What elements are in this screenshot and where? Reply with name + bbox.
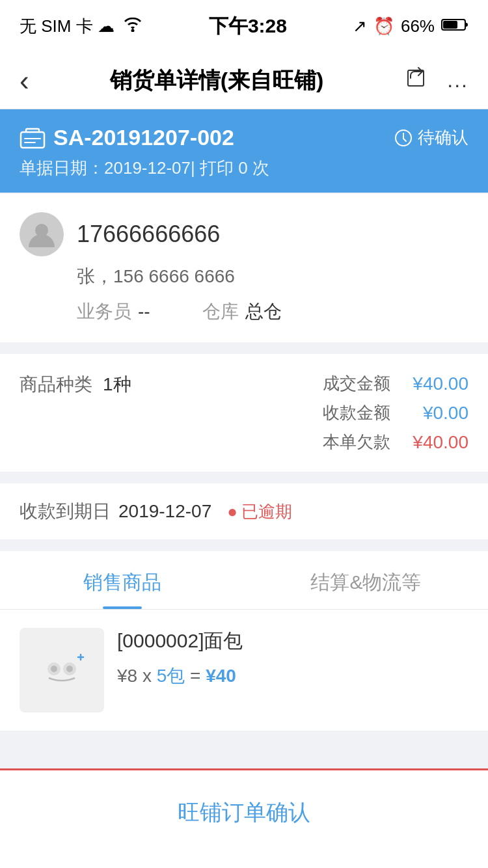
status-time: 下午3:28 [209, 13, 287, 40]
nav-actions: ... [404, 66, 468, 95]
order-status: 待确认 [394, 126, 468, 149]
no-sim-text: 无 SIM 卡 ☁ [20, 15, 115, 38]
due-label: 收款到期日 [20, 499, 111, 524]
product-price: ¥8 x 5包 = ¥40 [117, 664, 468, 688]
bottom-action-bar: 旺铺订单确认 [0, 768, 488, 868]
svg-rect-2 [443, 21, 457, 29]
share-icon[interactable] [404, 66, 427, 95]
battery-text: 66% [401, 16, 435, 36]
due-section: 收款到期日 2019-12-07 ● 已逾期 [0, 483, 488, 539]
tabs-bar: 销售商品 结算&物流等 [0, 551, 488, 610]
due-date-value: 2019-12-07 [118, 501, 211, 522]
tab-sales-product[interactable]: 销售商品 [0, 551, 244, 609]
salesman-info: 业务员 -- [77, 299, 150, 324]
amount-row-2: 本单欠款 ¥40.00 [323, 431, 468, 454]
amount-row-0: 成交金额 ¥40.00 [323, 372, 468, 395]
product-name: [0000002]面包 [117, 628, 468, 655]
warehouse-info: 仓库 总仓 [202, 299, 282, 324]
category-value: 1种 [103, 372, 131, 397]
order-header: SA-20191207-002 待确认 单据日期：2019-12-07| 打印 … [0, 109, 488, 193]
svg-point-0 [131, 29, 134, 32]
svg-point-9 [51, 666, 57, 672]
avatar [20, 212, 64, 256]
amounts-list: 成交金额 ¥40.00 收款金额 ¥0.00 本单欠款 ¥40.00 [323, 372, 468, 454]
status-left: 无 SIM 卡 ☁ [20, 15, 143, 38]
customer-phone: 17666666666 [77, 221, 220, 248]
nav-bar: ‹ 销货单详情(来自旺铺) ... [0, 52, 488, 109]
overdue-badge: ● 已逾期 [227, 500, 292, 523]
status-right: ↗ ⏰ 66% [353, 16, 468, 36]
customer-contact: 张，156 6666 6666 [20, 264, 468, 289]
summary-section: 商品种类 1种 成交金额 ¥40.00 收款金额 ¥0.00 本单欠款 ¥40.… [0, 354, 488, 472]
product-list: [0000002]面包 ¥8 x 5包 = ¥40 [0, 610, 488, 731]
svg-rect-4 [21, 132, 44, 148]
overdue-text: 已逾期 [241, 500, 292, 523]
confirm-order-button[interactable]: 旺铺订单确认 [20, 783, 468, 842]
status-bar: 无 SIM 卡 ☁ 下午3:28 ↗ ⏰ 66% [0, 0, 488, 52]
back-button[interactable]: ‹ [20, 64, 29, 97]
page-title: 销货单详情(来自旺铺) [110, 66, 324, 96]
wifi-icon [122, 16, 143, 36]
more-icon[interactable]: ... [447, 68, 468, 92]
tabs-section: 销售商品 结算&物流等 [0000002]面 [0, 551, 488, 731]
product-item: [0000002]面包 ¥8 x 5包 = ¥40 [20, 628, 468, 712]
amount-row-1: 收款金额 ¥0.00 [323, 401, 468, 424]
customer-section: 17666666666 张，156 6666 6666 业务员 -- 仓库 总仓 [0, 194, 488, 342]
category-label: 商品种类 [20, 372, 92, 397]
overdue-icon: ● [227, 502, 237, 522]
product-thumbnail [20, 628, 104, 712]
order-id: SA-20191207-002 [20, 125, 234, 150]
product-info: [0000002]面包 ¥8 x 5包 = ¥40 [117, 628, 468, 688]
tab-settlement[interactable]: 结算&物流等 [244, 551, 488, 609]
svg-point-10 [66, 666, 73, 672]
location-icon: ↗ [353, 16, 367, 36]
battery-icon [441, 16, 468, 36]
order-date: 单据日期：2019-12-07| 打印 0 次 [20, 157, 468, 180]
alarm-icon: ⏰ [373, 16, 394, 36]
